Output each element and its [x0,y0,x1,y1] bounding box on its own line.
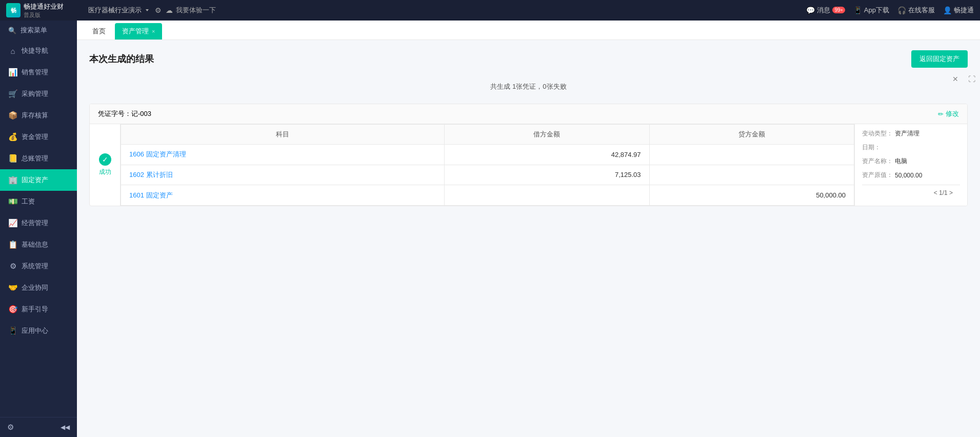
success-icon: ✓ [99,153,111,166]
summary-text: 共生成 1张凭证，0张失败 [490,83,566,90]
tab-asset-management[interactable]: 资产管理 × [115,23,162,39]
quick-nav-icon: ⌂ [8,47,17,55]
sidebar-item-ledger[interactable]: 📒 总账管理 [0,148,77,169]
sidebar-item-app-center[interactable]: 📱 应用中心 [0,320,77,342]
return-button[interactable]: 返回固定资产 [911,50,968,68]
row2-subject: 1602 累计折旧 [121,165,445,185]
guide-icon: 🎯 [8,305,17,314]
window-controls: ✕ ⛶ [947,71,980,87]
col-credit: 贷方金额 [649,125,854,145]
table-row: 1602 累计折旧 7,125.03 [121,165,854,185]
right-panel-date: 日期： [862,143,960,152]
sidebar: 🔍 搜索菜单 ⌂ 快捷导航 📊 销售管理 🛒 采购管理 📦 库存核算 💰 资金管… [0,21,77,437]
sidebar-settings-icon[interactable]: ⚙ [7,423,14,432]
sidebar-search[interactable]: 🔍 搜索菜单 [0,21,77,40]
sales-icon: 📊 [8,68,17,77]
voucher-table-wrapper: ✓ 成功 科目 借方金额 贷方金额 [90,124,967,206]
row2-debit: 7,125.03 [445,165,649,185]
row3-debit [445,185,649,206]
sidebar-item-payroll[interactable]: 💵 工资 [0,191,77,212]
row3-subject: 1601 固定资产 [121,185,445,206]
sidebar-item-purchase[interactable]: 🛒 采购管理 [0,83,77,105]
sidebar-item-sales[interactable]: 📊 销售管理 [0,62,77,83]
sidebar-bottom: ⚙ ◀◀ [0,417,77,437]
tab-close-icon[interactable]: × [152,28,155,34]
table-row: 1606 固定资产清理 42,874.97 [121,145,854,165]
company-name: 医疗器械行业演示 [88,6,142,15]
finance-icon: 💰 [8,132,17,142]
row1-debit: 42,874.97 [445,145,649,165]
sidebar-item-basic-info[interactable]: 📋 基础信息 [0,234,77,255]
logo-icon: 畅 [6,3,21,17]
ledger-icon: 📒 [8,154,17,163]
header-right: 💬 消息 99 📱 App下载 🎧 在线客服 👤 畅捷通 [806,6,974,15]
company-selector[interactable]: 医疗器械行业演示 ⚙ [88,6,162,15]
svg-marker-0 [146,9,149,11]
row1-credit [649,145,854,165]
sidebar-item-cooperation[interactable]: 🤝 企业协同 [0,277,77,299]
content-area: 首页 资产管理 × ✕ ⛶ 本次生成的结果 返回固定资产 共生成 1张凭证，0张… [77,21,980,437]
app-download-btn[interactable]: 📱 App下载 [853,6,889,15]
top-header: 畅 畅捷通好业财 普及版 医疗器械行业演示 ⚙ ☁ 我要体验一下 💬 消息 99… [0,0,980,21]
expand-window-btn[interactable]: ⛶ [964,71,980,87]
payroll-icon: 💵 [8,197,17,206]
app-name: 畅捷通好业财 [24,2,64,11]
voucher-table: 科目 借方金额 贷方金额 1606 固定资产清理 42,874.97 [121,124,854,206]
app-logo: 畅 畅捷通好业财 普及版 [6,2,64,19]
page-title: 本次生成的结果 [89,53,154,65]
app-center-icon: 📱 [8,326,17,335]
fixed-assets-icon: 🏢 [8,175,17,185]
sidebar-item-fixed-assets[interactable]: 🏢 固定资产 [0,169,77,191]
search-icon: 🔍 [8,27,16,34]
row2-credit [649,165,854,185]
right-panel-change-type: 变动类型： 资产清理 [862,129,960,138]
basic-info-icon: 📋 [8,240,17,249]
table-row: 1601 固定资产 50,000.00 [121,185,854,206]
cooperation-icon: 🤝 [8,283,17,292]
right-panel: 变动类型： 资产清理 日期： 资产名称： 电脑 资产原值： [854,124,967,206]
user-btn[interactable]: 👤 畅捷通 [943,6,974,15]
right-panel-original-value: 资产原值： 50,000.00 [862,171,960,180]
messages-btn[interactable]: 💬 消息 99 [806,6,845,15]
close-window-btn[interactable]: ✕ [947,71,964,87]
pagination[interactable]: < 1/1 > [862,185,960,201]
row3-credit: 50,000.00 [649,185,854,206]
experience-hint: ☁ 我要体验一下 [166,6,216,15]
tab-home[interactable]: 首页 [85,23,113,39]
voucher-header: 凭证字号：记-003 ✏ 修改 [90,104,967,124]
success-text: 成功 [99,168,111,176]
system-icon: ⚙ [8,262,17,271]
page-content: ✕ ⛶ 本次生成的结果 返回固定资产 共生成 1张凭证，0张失败 凭证字号：记-… [77,40,980,437]
sidebar-item-system[interactable]: ⚙ 系统管理 [0,255,77,277]
app-edition: 普及版 [24,11,64,19]
col-subject: 科目 [121,125,445,145]
inventory-icon: 📦 [8,111,17,120]
online-service-btn[interactable]: 🎧 在线客服 [897,6,935,15]
sidebar-collapse-icon[interactable]: ◀◀ [61,424,70,431]
sidebar-item-inventory[interactable]: 📦 库存核算 [0,105,77,126]
voucher-card: 凭证字号：记-003 ✏ 修改 ✓ 成功 [89,104,968,206]
col-debit: 借方金额 [445,125,649,145]
tab-bar: 首页 资产管理 × [77,21,980,40]
settings-icon[interactable]: ⚙ [155,6,162,14]
voucher-number: 凭证字号：记-003 [98,109,151,118]
edit-icon: ✏ [938,110,944,118]
edit-button[interactable]: ✏ 修改 [938,109,959,118]
success-indicator: ✓ 成功 [90,124,121,206]
right-panel-asset-name: 资产名称： 电脑 [862,157,960,166]
page-title-bar: 本次生成的结果 返回固定资产 [89,50,968,68]
sidebar-item-guide[interactable]: 🎯 新手引导 [0,299,77,320]
messages-badge: 99 [832,7,845,13]
row1-subject: 1606 固定资产清理 [121,145,445,165]
summary-bar: 共生成 1张凭证，0张失败 [89,78,968,95]
sidebar-item-finance[interactable]: 💰 资金管理 [0,126,77,148]
operations-icon: 📈 [8,218,17,228]
purchase-icon: 🛒 [8,89,17,98]
sidebar-item-quick-nav[interactable]: ⌂ 快捷导航 [0,40,77,62]
sidebar-item-operations[interactable]: 📈 经营管理 [0,212,77,234]
